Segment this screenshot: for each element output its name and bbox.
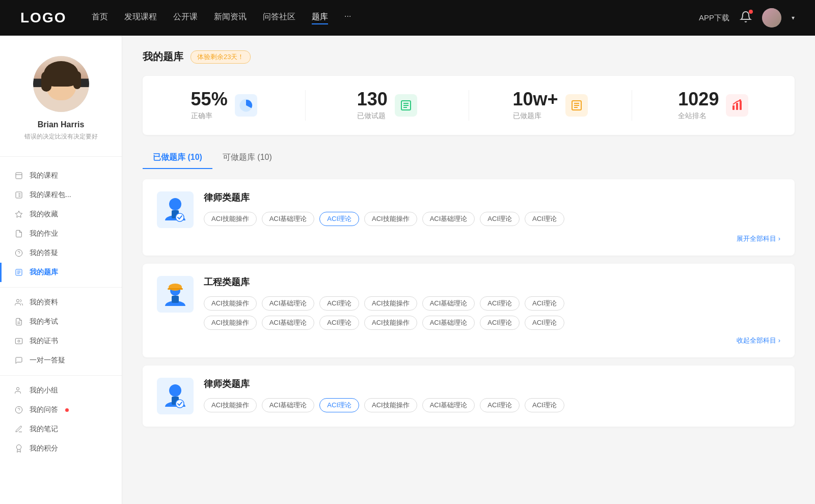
nav-link-quiz[interactable]: 题库 xyxy=(312,12,328,24)
homework-icon xyxy=(14,229,23,238)
tag-item[interactable]: ACI理论 xyxy=(525,296,564,311)
sidebar-item-qa[interactable]: 我的答疑 xyxy=(0,243,122,263)
one-on-one-icon xyxy=(14,356,23,365)
nav-right: APP下载 ▾ xyxy=(699,8,795,27)
topic-tags-engineering-row2: ACI技能操作 ACI基础理论 ACI理论 ACI技能操作 ACI基础理论 AC… xyxy=(204,316,780,330)
nav-link-news[interactable]: 新闻资讯 xyxy=(214,12,247,24)
svg-point-16 xyxy=(16,299,19,302)
tag-item[interactable]: ACI理论 xyxy=(525,212,564,226)
tag-item[interactable]: ACI基础理论 xyxy=(422,212,475,226)
tag-item[interactable]: ACI基础理论 xyxy=(422,296,475,311)
collapse-all-subjects[interactable]: 收起全部科目 › xyxy=(157,336,780,345)
group-icon xyxy=(14,386,23,395)
topic-icon-lawyer-2 xyxy=(157,378,194,414)
sidebar-item-group[interactable]: 我的小组 xyxy=(0,381,122,400)
profile-motto: 错误的决定比没有决定要好 xyxy=(24,132,98,141)
svg-point-10 xyxy=(15,249,22,256)
svg-point-36 xyxy=(739,99,741,101)
app-download-button[interactable]: APP下载 xyxy=(699,13,729,23)
svg-rect-44 xyxy=(172,296,179,303)
sidebar-profile: Brian Harris 错误的决定比没有决定要好 xyxy=(0,36,122,151)
notification-bell[interactable] xyxy=(740,11,752,25)
tag-item[interactable]: ACI技能操作 xyxy=(204,316,257,330)
tag-item[interactable]: ACI技能操作 xyxy=(364,316,417,330)
nav-link-open[interactable]: 公开课 xyxy=(173,12,198,24)
svg-point-47 xyxy=(176,400,184,408)
stat-done-questions-label: 已做试题 xyxy=(357,111,388,121)
tab-available-banks[interactable]: 可做题库 (10) xyxy=(212,147,282,169)
tag-item[interactable]: ACI基础理论 xyxy=(262,212,315,226)
user-avatar[interactable] xyxy=(762,8,781,27)
sidebar-item-course-package[interactable]: 我的课程包... xyxy=(0,185,122,205)
svg-point-22 xyxy=(15,406,22,413)
svg-rect-34 xyxy=(736,103,738,110)
exam-icon xyxy=(14,317,23,326)
nav-logo: LOGO xyxy=(20,10,71,26)
topic-tags-lawyer: ACI技能操作 ACI基础理论 ACI理论 ACI技能操作 ACI基础理论 AC… xyxy=(204,212,780,226)
sidebar-item-certificate[interactable]: 我的证书 xyxy=(0,331,122,351)
tag-item[interactable]: ACI基础理论 xyxy=(422,316,475,330)
tab-done-banks[interactable]: 已做题库 (10) xyxy=(143,147,212,169)
tag-item[interactable]: ACI基础理论 xyxy=(262,296,315,311)
tag-item[interactable]: ACI理论 xyxy=(319,296,359,311)
stat-done-banks-label: 已做题库 xyxy=(513,111,558,121)
sidebar-item-quiz-bank[interactable]: 我的题库 xyxy=(0,263,122,282)
tag-item[interactable]: ACI技能操作 xyxy=(364,398,417,412)
topic-title-engineering: 工程类题库 xyxy=(204,276,780,288)
user-menu-chevron[interactable]: ▾ xyxy=(792,14,795,21)
stat-done-banks: 10w+ 已做题库 xyxy=(469,90,632,121)
nav-link-more[interactable]: ··· xyxy=(344,12,351,24)
topic-card-lawyer: 律师类题库 ACI技能操作 ACI基础理论 ACI理论 ACI技能操作 ACI基… xyxy=(143,179,795,256)
accuracy-icon xyxy=(235,94,257,117)
sidebar-divider-1 xyxy=(0,156,122,157)
sidebar-item-notes[interactable]: 我的笔记 xyxy=(0,419,122,439)
sidebar-item-favorites[interactable]: 我的收藏 xyxy=(0,205,122,224)
tag-item[interactable]: ACI理论 xyxy=(525,316,564,330)
tag-item[interactable]: ACI理论 xyxy=(525,398,564,412)
tag-item-active[interactable]: ACI理论 xyxy=(319,212,359,226)
tag-item[interactable]: ACI理论 xyxy=(480,316,520,330)
tag-item[interactable]: ACI理论 xyxy=(319,316,359,330)
notes-icon xyxy=(14,425,23,434)
profile-avatar xyxy=(33,56,89,112)
svg-rect-33 xyxy=(732,105,735,110)
course-icon xyxy=(14,171,23,180)
sidebar-item-questions[interactable]: 我的问答 xyxy=(0,400,122,419)
tag-item-active[interactable]: ACI理论 xyxy=(319,398,359,412)
nav-link-home[interactable]: 首页 xyxy=(92,12,108,24)
svg-rect-35 xyxy=(740,101,742,110)
tag-item[interactable]: ACI技能操作 xyxy=(364,212,417,226)
notification-dot xyxy=(749,10,753,14)
tag-item[interactable]: ACI技能操作 xyxy=(364,296,417,311)
sidebar-label-certificate: 我的证书 xyxy=(30,337,58,346)
tag-item[interactable]: ACI理论 xyxy=(480,398,520,412)
stat-accuracy-label: 正确率 xyxy=(191,111,228,121)
tag-item[interactable]: ACI基础理论 xyxy=(422,398,475,412)
sidebar-label-quiz-bank: 我的题库 xyxy=(30,268,58,277)
tag-item[interactable]: ACI理论 xyxy=(480,296,520,311)
sidebar-item-one-on-one[interactable]: 一对一答疑 xyxy=(0,351,122,370)
sidebar-item-exam[interactable]: 我的考试 xyxy=(0,312,122,331)
sidebar-item-my-courses[interactable]: 我的课程 xyxy=(0,166,122,185)
tag-item[interactable]: ACI基础理论 xyxy=(262,316,315,330)
sidebar-label-one-on-one: 一对一答疑 xyxy=(30,356,65,365)
topic-icon-engineering xyxy=(157,276,194,313)
sidebar-item-points[interactable]: 我的积分 xyxy=(0,439,122,458)
nav-link-discover[interactable]: 发现课程 xyxy=(124,12,157,24)
sidebar-label-exam: 我的考试 xyxy=(30,317,58,326)
tag-item[interactable]: ACI技能操作 xyxy=(204,212,257,226)
sidebar-divider-3 xyxy=(0,375,122,376)
nav-link-qa[interactable]: 问答社区 xyxy=(263,12,295,24)
tag-item[interactable]: ACI技能操作 xyxy=(204,296,257,311)
expand-all-subjects[interactable]: 展开全部科目 › xyxy=(157,234,780,243)
star-icon xyxy=(14,210,23,219)
site-rank-icon xyxy=(726,94,748,117)
tag-item[interactable]: ACI基础理论 xyxy=(262,398,315,412)
stats-bar: 55% 正确率 130 已做试题 xyxy=(143,76,795,135)
tag-item[interactable]: ACI技能操作 xyxy=(204,398,257,412)
sidebar-item-profile[interactable]: 我的资料 xyxy=(0,293,122,312)
svg-point-45 xyxy=(169,384,181,397)
sidebar-item-homework[interactable]: 我的作业 xyxy=(0,224,122,243)
tag-item[interactable]: ACI理论 xyxy=(480,212,520,226)
sidebar-label-group: 我的小组 xyxy=(30,386,58,395)
